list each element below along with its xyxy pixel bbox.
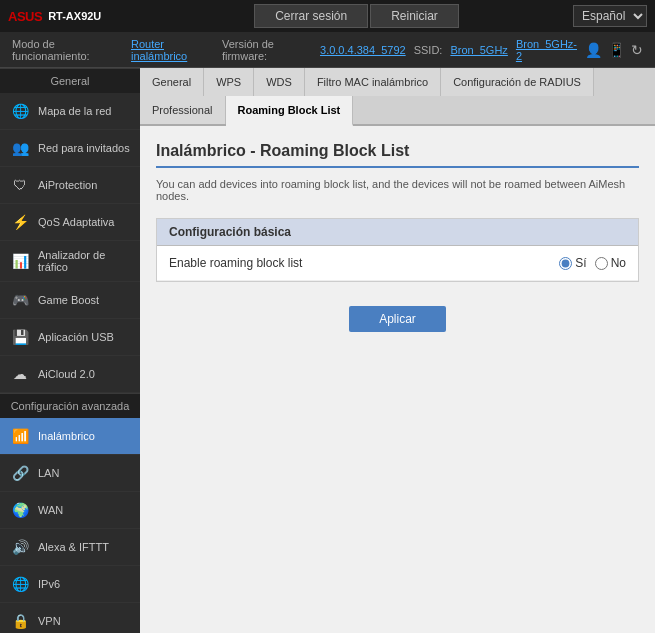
usb-icon: 💾: [10, 327, 30, 347]
modo-value[interactable]: Router inalámbrico: [131, 38, 214, 62]
version-value[interactable]: 3.0.0.4.384_5792: [320, 44, 406, 56]
shield-icon: 🛡: [10, 175, 30, 195]
tab-radius[interactable]: Configuración de RADIUS: [441, 68, 594, 96]
sidebar-label-alexa: Alexa & IFTTT: [38, 541, 109, 553]
lock-icon: 🔒: [10, 611, 30, 631]
sidebar-label-usb: Aplicación USB: [38, 331, 114, 343]
page-description: You can add devices into roaming block l…: [156, 178, 639, 202]
sidebar-item-mapa-red[interactable]: 🌐 Mapa de la red: [0, 93, 140, 130]
radio-si-label[interactable]: Sí: [559, 256, 586, 270]
ssid-2g[interactable]: Bron_5GHz: [450, 44, 507, 56]
wifi-icon: 📶: [10, 426, 30, 446]
sidebar-label-mapa-red: Mapa de la red: [38, 105, 111, 117]
person-icon[interactable]: 👤: [585, 42, 602, 58]
main-layout: General 🌐 Mapa de la red 👥 Red para invi…: [0, 68, 655, 633]
sidebar-item-game-boost[interactable]: 🎮 Game Boost: [0, 282, 140, 319]
reiniciar-button[interactable]: Reiniciar: [370, 4, 459, 28]
globe-icon: 🌐: [10, 101, 30, 121]
refresh-icon[interactable]: ↻: [631, 42, 643, 58]
config-section: Configuración básica Enable roaming bloc…: [156, 218, 639, 282]
sidebar-item-inalambrico[interactable]: 📶 Inalámbrico: [0, 418, 140, 455]
ssid-label: SSID:: [414, 44, 443, 56]
language-select[interactable]: Español: [573, 5, 647, 27]
config-section-header: Configuración básica: [157, 219, 638, 246]
gamepad-icon: 🎮: [10, 290, 30, 310]
tab-professional[interactable]: Professional: [140, 96, 226, 124]
sidebar-label-ipv6: IPv6: [38, 578, 60, 590]
sidebar-item-wan[interactable]: 🌍 WAN: [0, 492, 140, 529]
asus-logo: ASUS: [8, 9, 42, 24]
ssid-5g[interactable]: Bron_5GHz-2: [516, 38, 577, 62]
radio-si-input[interactable]: [559, 257, 572, 270]
lan-icon: 🔗: [10, 463, 30, 483]
ipv6-icon: 🌐: [10, 574, 30, 594]
apply-button[interactable]: Aplicar: [349, 306, 446, 332]
config-row-roaming: Enable roaming block list Sí No: [157, 246, 638, 281]
radio-no-input[interactable]: [595, 257, 608, 270]
radio-si-text: Sí: [575, 256, 586, 270]
sidebar-section-general: General: [0, 68, 140, 93]
tab-wps[interactable]: WPS: [204, 68, 254, 96]
users-icon: 👥: [10, 138, 30, 158]
sidebar-label-red-invitados: Red para invitados: [38, 142, 130, 154]
sidebar-item-ipv6[interactable]: 🌐 IPv6: [0, 566, 140, 603]
content-area: General WPS WDS Filtro MAC inalámbrico C…: [140, 68, 655, 633]
bolt-icon: ⚡: [10, 212, 30, 232]
sidebar-label-analizador: Analizador de tráfico: [38, 249, 130, 273]
lang-area: Español: [573, 5, 655, 27]
wan-icon: 🌍: [10, 500, 30, 520]
speaker-icon: 🔊: [10, 537, 30, 557]
page-title: Inalámbrico - Roaming Block List: [156, 142, 639, 168]
radio-no-label[interactable]: No: [595, 256, 626, 270]
logo-area: ASUS RT-AX92U: [0, 9, 140, 24]
sidebar: General 🌐 Mapa de la red 👥 Red para invi…: [0, 68, 140, 633]
sidebar-label-aiprotection: AiProtection: [38, 179, 97, 191]
sidebar-item-vpn[interactable]: 🔒 VPN: [0, 603, 140, 633]
sidebar-item-alexa[interactable]: 🔊 Alexa & IFTTT: [0, 529, 140, 566]
top-bar: ASUS RT-AX92U Cerrar sesión Reiniciar Es…: [0, 0, 655, 32]
sidebar-label-vpn: VPN: [38, 615, 61, 627]
cloud-icon: ☁: [10, 364, 30, 384]
sidebar-item-lan[interactable]: 🔗 LAN: [0, 455, 140, 492]
tab-filtro-mac[interactable]: Filtro MAC inalámbrico: [305, 68, 441, 96]
model-name: RT-AX92U: [48, 10, 101, 22]
info-bar: Modo de funcionamiento: Router inalámbri…: [0, 32, 655, 68]
sidebar-label-wan: WAN: [38, 504, 63, 516]
chart-icon: 📊: [10, 251, 30, 271]
sidebar-label-lan: LAN: [38, 467, 59, 479]
cerrar-sesion-button[interactable]: Cerrar sesión: [254, 4, 368, 28]
sidebar-item-aiprotection[interactable]: 🛡 AiProtection: [0, 167, 140, 204]
info-icons: 👤 📱 ↻: [585, 42, 643, 58]
modo-label: Modo de funcionamiento:: [12, 38, 123, 62]
sidebar-label-aicloud: AiCloud 2.0: [38, 368, 95, 380]
sidebar-label-qos: QoS Adaptativa: [38, 216, 114, 228]
sidebar-section-avanzada: Configuración avanzada: [0, 393, 140, 418]
sidebar-item-red-invitados[interactable]: 👥 Red para invitados: [0, 130, 140, 167]
sidebar-label-game-boost: Game Boost: [38, 294, 99, 306]
sidebar-label-inalambrico: Inalámbrico: [38, 430, 95, 442]
apply-btn-area: Aplicar: [156, 294, 639, 344]
tab-bar: General WPS WDS Filtro MAC inalámbrico C…: [140, 68, 655, 126]
sidebar-item-usb[interactable]: 💾 Aplicación USB: [0, 319, 140, 356]
radio-group: Sí No: [559, 256, 626, 270]
radio-no-text: No: [611, 256, 626, 270]
sidebar-item-qos[interactable]: ⚡ QoS Adaptativa: [0, 204, 140, 241]
roaming-label: Enable roaming block list: [169, 256, 559, 270]
sidebar-item-analizador[interactable]: 📊 Analizador de tráfico: [0, 241, 140, 282]
devices-icon[interactable]: 📱: [608, 42, 625, 58]
config-controls: Sí No: [559, 256, 626, 270]
sidebar-item-aicloud[interactable]: ☁ AiCloud 2.0: [0, 356, 140, 393]
version-label: Versión de firmware:: [222, 38, 312, 62]
tab-wds[interactable]: WDS: [254, 68, 305, 96]
tab-roaming-block[interactable]: Roaming Block List: [226, 96, 354, 126]
tab-general[interactable]: General: [140, 68, 204, 96]
page-content: Inalámbrico - Roaming Block List You can…: [140, 126, 655, 633]
top-buttons: Cerrar sesión Reiniciar: [140, 4, 573, 28]
